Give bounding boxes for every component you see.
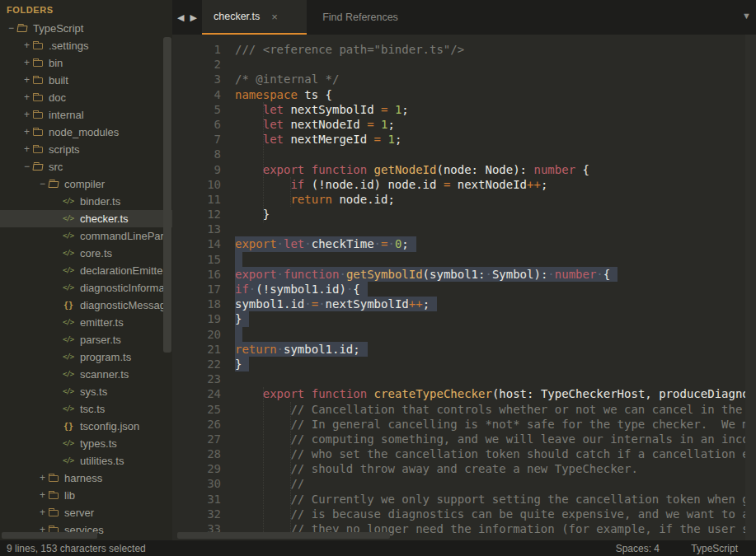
sidebar-item-commandlinepar[interactable]: </>commandLinePar [0,227,172,245]
line-number: 14 [172,236,221,251]
sidebar-item-harness[interactable]: +harness [0,470,172,487]
code-line[interactable]: 21return·symbol1.id; [172,342,756,357]
code-line[interactable]: 12 } [172,207,756,222]
line-number: 18 [172,297,221,311]
tab-scroll-left-icon[interactable]: ◀ [177,12,184,23]
code-line[interactable]: 30 // [172,476,756,491]
sidebar-item-tsc-ts[interactable]: </>tsc.ts [0,400,172,418]
tree-expander-icon[interactable]: + [37,470,48,487]
line-number: 28 [172,446,221,461]
tree-expander-icon[interactable]: − [21,158,32,175]
code-line[interactable]: 4namespace ts { [172,87,756,102]
code-line[interactable]: 10 if (!node.id) node.id = nextNodeId++; [172,177,756,192]
folder-icon [48,487,60,504]
sidebar-item-server[interactable]: +server [0,504,172,521]
tree-expander-icon[interactable]: − [6,20,16,37]
tree-expander-icon[interactable]: − [37,175,48,193]
code-line[interactable]: 7 let nextMergeId = 1; [172,132,756,147]
code-line[interactable]: 16export·function·getSymbolId(symbol1:·S… [172,267,756,282]
code-token [304,387,311,400]
code-line[interactable]: 28 // who set the cancellation token sho… [172,446,756,461]
code-line[interactable]: 19} [172,311,756,326]
sidebar-horizontal-scrollbar[interactable] [2,532,97,539]
code-line[interactable]: 1/// <reference path="binder.ts"/> [172,42,756,57]
sidebar-item-types-ts[interactable]: </>types.ts [0,435,172,452]
code-line[interactable]: 27 // computing something, and we will l… [172,432,756,446]
line-number: 8 [172,147,221,161]
sidebar-item-src[interactable]: −src [0,158,172,175]
tree-expander-icon[interactable]: + [21,89,32,106]
line-number: 15 [172,252,221,267]
sidebar-item-diagnosticinforma[interactable]: </>diagnosticInforma [0,279,172,297]
tab-checker-ts[interactable]: checker.ts × [202,0,307,35]
sidebar-item-tsconfig-json[interactable]: {}tsconfig.json [0,418,172,435]
sidebar-item-label: lib [64,489,75,502]
code-token: { [353,283,359,296]
sidebar-vertical-scrollbar[interactable] [163,37,171,353]
code-line[interactable]: 14export·let·checkTime·=·0; [172,236,756,251]
tab-overflow-icon[interactable]: ▼ [742,0,751,31]
sidebar-item-diagnosticmessag[interactable]: {}diagnosticMessag [0,297,172,314]
syntax-setting[interactable]: TypeScript [691,540,738,556]
code-line[interactable]: 15 [172,252,756,267]
sidebar-item-bin[interactable]: +bin [0,54,172,72]
code-line[interactable]: 9 export function getNodeId(node: Node):… [172,162,756,177]
sidebar-item-scripts[interactable]: +scripts [0,141,172,158]
sidebar-item-core-ts[interactable]: </>core.ts [0,245,172,262]
tree-expander-icon[interactable]: + [21,124,32,141]
sidebar-item-built[interactable]: +built [0,72,172,89]
code-line[interactable]: 24 export function createTypeChecker(hos… [172,386,756,401]
code-line[interactable]: 3/* @internal */ [172,72,756,86]
line-number: 17 [172,282,221,297]
sidebar-item-scanner-ts[interactable]: </>scanner.ts [0,366,172,383]
code-line[interactable]: 6 let nextNodeId = 1; [172,117,756,132]
code-token [374,118,381,131]
code-line[interactable]: 29 // should throw away and create a new… [172,461,756,476]
tree-expander-icon[interactable]: + [21,141,32,158]
code-token: · [596,268,603,281]
sidebar-item-label: internal [49,109,84,121]
tab-scroll-right-icon[interactable]: ▶ [190,12,196,23]
editor-horizontal-scrollbar[interactable] [177,532,390,539]
code-line[interactable]: 32 // is because diagnostics can be quit… [172,507,756,521]
sidebar-item-lib[interactable]: +lib [0,487,172,504]
sidebar-item-program-ts[interactable]: </>program.ts [0,348,172,366]
tree-expander-icon[interactable]: + [21,106,32,124]
tree-expander-icon[interactable]: + [37,487,48,504]
code-line[interactable]: 13 [172,222,756,236]
tree-expander-icon[interactable]: + [21,72,32,89]
code-line[interactable]: 5 let nextSymbolId = 1; [172,102,756,117]
indentation-setting[interactable]: Spaces: 4 [616,540,660,556]
sidebar-item-parser-ts[interactable]: </>parser.ts [0,331,172,348]
code-line[interactable]: 17if·(!symbol1.id)·{ [172,282,756,297]
code-line[interactable]: 31 // Currently we only support setting … [172,492,756,507]
sidebar-item-doc[interactable]: +doc [0,89,172,106]
sidebar-item-binder-ts[interactable]: </>binder.ts [0,193,172,210]
tree-expander-icon[interactable]: + [21,54,32,72]
sidebar-item-sys-ts[interactable]: </>sys.ts [0,383,172,400]
sidebar-item-declarationemitte[interactable]: </>declarationEmitte [0,262,172,279]
editor-vertical-scrollbar[interactable] [745,35,756,540]
code-line[interactable]: 11 return node.id; [172,192,756,207]
sidebar-item-node-modules[interactable]: +node_modules [0,124,172,141]
tab-find-references[interactable]: Find References [307,0,414,35]
code-line[interactable]: 26 // In general cancelling is *not* saf… [172,417,756,432]
code-line[interactable]: 22} [172,357,756,371]
tree-expander-icon[interactable]: + [37,504,48,521]
tree-expander-icon[interactable]: + [21,37,32,54]
sidebar-item-typescript[interactable]: −TypeScript [0,20,172,37]
sidebar-item-internal[interactable]: +internal [0,106,172,124]
code-line[interactable]: 2 [172,57,756,72]
sidebar-item--settings[interactable]: +.settings [0,37,172,54]
sidebar-item-checker-ts[interactable]: </>checker.ts [0,210,172,227]
editor[interactable]: 1/// <reference path="binder.ts"/>23/* @… [172,35,756,540]
sidebar-item-compiler[interactable]: −compiler [0,175,172,193]
code-line[interactable]: 23 [172,371,756,386]
sidebar-item-emitter-ts[interactable]: </>emitter.ts [0,314,172,331]
code-line[interactable]: 25 // Cancellation that controls whether… [172,402,756,417]
code-line[interactable]: 8 [172,147,756,161]
close-icon[interactable]: × [271,11,278,23]
code-line[interactable]: 20 [172,327,756,342]
code-line[interactable]: 18symbol1.id·=·nextSymbolId++; [172,297,756,311]
sidebar-item-utilities-ts[interactable]: </>utilities.ts [0,452,172,470]
